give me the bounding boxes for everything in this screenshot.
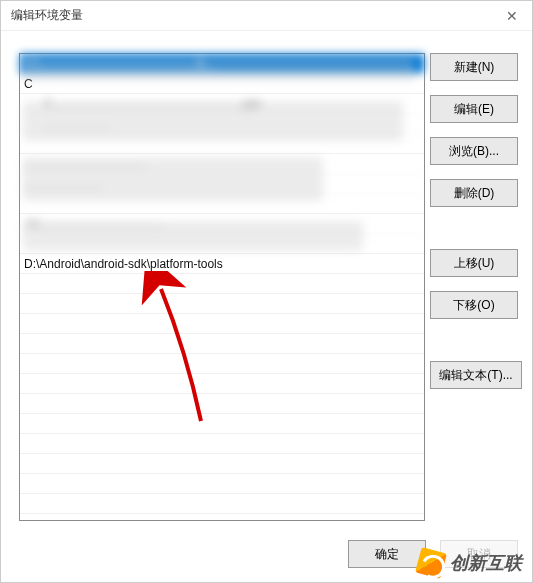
move-up-button[interactable]: 上移(U) bbox=[430, 249, 518, 277]
list-item[interactable] bbox=[20, 414, 424, 434]
list-item[interactable] bbox=[20, 274, 424, 294]
list-item[interactable] bbox=[20, 494, 424, 514]
watermark-text: 创新互联 bbox=[450, 551, 522, 575]
list-item[interactable] bbox=[20, 434, 424, 454]
list-item[interactable] bbox=[20, 294, 424, 314]
browse-button[interactable]: 浏览(B)... bbox=[430, 137, 518, 165]
window-title: 编辑环境变量 bbox=[11, 7, 83, 24]
list-item[interactable] bbox=[20, 474, 424, 494]
edit-button[interactable]: 编辑(E) bbox=[430, 95, 518, 123]
close-icon[interactable]: ✕ bbox=[502, 8, 522, 24]
delete-button[interactable]: 删除(D) bbox=[430, 179, 518, 207]
titlebar: 编辑环境变量 ✕ bbox=[1, 1, 532, 31]
ok-button[interactable]: 确定 bbox=[348, 540, 426, 568]
list-item[interactable] bbox=[20, 394, 424, 414]
side-buttons: 新建(N) 编辑(E) 浏览(B)... 删除(D) 上移(U) 下移(O) 编… bbox=[430, 53, 518, 403]
redaction-block bbox=[23, 57, 415, 81]
watermark: 创新互联 bbox=[418, 550, 522, 576]
edit-text-button[interactable]: 编辑文本(T)... bbox=[430, 361, 522, 389]
dialog-window: 编辑环境变量 ✕ C:\............................… bbox=[0, 0, 533, 583]
new-button[interactable]: 新建(N) bbox=[430, 53, 518, 81]
list-item[interactable] bbox=[20, 314, 424, 334]
move-down-button[interactable]: 下移(O) bbox=[430, 291, 518, 319]
list-item[interactable] bbox=[20, 334, 424, 354]
list-item[interactable]: D:\Android\android-sdk\platform-tools bbox=[20, 254, 424, 274]
list-item[interactable] bbox=[20, 374, 424, 394]
redaction-block bbox=[23, 101, 403, 141]
list-item[interactable] bbox=[20, 354, 424, 374]
watermark-logo-icon bbox=[415, 547, 447, 579]
redaction-block bbox=[23, 157, 323, 201]
list-item[interactable] bbox=[20, 454, 424, 474]
redaction-block bbox=[23, 221, 363, 251]
